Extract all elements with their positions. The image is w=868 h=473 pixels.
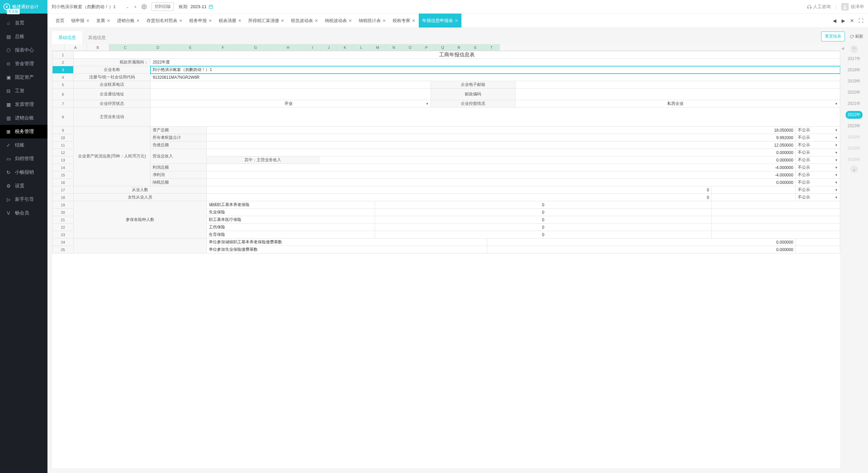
add-account-button[interactable]: + xyxy=(134,4,137,10)
tab-5[interactable]: 税务申报✕ xyxy=(186,14,215,27)
year-option[interactable]: 2017年 xyxy=(846,55,863,63)
year-scroll-down[interactable]: ⌄ xyxy=(850,166,858,173)
col-header-Q[interactable]: Q xyxy=(435,44,451,51)
col-header-G[interactable]: G xyxy=(239,44,272,51)
col-header-A[interactable]: A xyxy=(64,44,87,51)
calendar-icon[interactable] xyxy=(209,4,213,9)
close-icon[interactable]: ✕ xyxy=(238,18,241,23)
svg-point-0 xyxy=(143,6,145,7)
tab-4[interactable]: 存货别名对照表✕ xyxy=(143,14,186,27)
col-header-E[interactable]: E xyxy=(174,44,207,51)
tab-2[interactable]: 发票✕ xyxy=(93,14,114,27)
brand-edition: 专业版 xyxy=(7,9,20,14)
sidebar-item-11[interactable]: ↻小畅报销 xyxy=(0,166,47,179)
grid-body[interactable]: 1工商年报信息表 2税款所属期间：2022年度 3企业名称刘小艳演示账套（勿删勿… xyxy=(52,51,840,468)
tab-3[interactable]: 进销台账✕ xyxy=(114,14,143,27)
year-option[interactable]: 2025年 xyxy=(846,145,863,152)
sidebar-item-8[interactable]: ⊞税务管理 xyxy=(0,125,47,138)
sidebar-item-3[interactable]: ⊙资金管理 xyxy=(0,57,47,71)
switch-old-version-button[interactable]: 切到旧版 xyxy=(152,2,174,11)
sidebar-item-13[interactable]: ▷新手引导 xyxy=(0,193,47,206)
tab-11[interactable]: 税检专家✕ xyxy=(389,14,419,27)
company-name-cell[interactable]: 刘小艳演示账套（勿删勿动！）1 xyxy=(151,66,840,74)
tab-scroll-left[interactable]: ◀ xyxy=(830,16,839,25)
year-option[interactable]: 2019年 xyxy=(846,77,863,85)
year-option[interactable]: 2022年 xyxy=(846,111,863,119)
tab-8[interactable]: 税负波动表✕ xyxy=(288,14,321,27)
close-icon[interactable]: ✕ xyxy=(382,18,386,23)
col-header-R[interactable]: R xyxy=(451,44,467,51)
tab-12[interactable]: 年报信息申报表✕ xyxy=(419,14,461,27)
col-header-T[interactable]: T xyxy=(484,44,500,51)
nav-icon: ▥ xyxy=(5,115,12,121)
sidebar-item-10[interactable]: ▭归档管理 xyxy=(0,152,47,166)
fullscreen-icon[interactable]: ⛶ xyxy=(856,16,865,25)
close-icon[interactable]: ✕ xyxy=(136,18,140,23)
close-icon[interactable]: ✕ xyxy=(281,18,284,23)
col-header-P[interactable]: P xyxy=(418,44,435,51)
close-all-tabs[interactable]: ✕ xyxy=(848,16,856,25)
col-header-O[interactable]: O xyxy=(402,44,418,51)
sidebar-item-5[interactable]: ⊟工资 xyxy=(0,84,47,98)
avatar xyxy=(841,3,849,11)
tab-10[interactable]: 纳税统计表✕ xyxy=(355,14,389,27)
consult-link[interactable]: 人工咨询 xyxy=(807,4,831,10)
year-option[interactable]: 2023年 xyxy=(846,122,863,130)
tab-7[interactable]: 所得税汇算清缴✕ xyxy=(245,14,288,27)
col-header-C[interactable]: C xyxy=(109,44,142,51)
tab-6[interactable]: 税表清册✕ xyxy=(215,14,245,27)
close-icon[interactable]: ✕ xyxy=(455,18,458,23)
sidebar-item-6[interactable]: ▦发票管理 xyxy=(0,98,47,111)
sidebar-item-7[interactable]: ▥进销台账 xyxy=(0,111,47,125)
tab-1[interactable]: 锐申报✕ xyxy=(68,14,93,27)
holding-select[interactable]: 私营企业 xyxy=(515,100,840,108)
sidebar-item-label: 报表中心 xyxy=(15,47,34,53)
col-header-D[interactable]: D xyxy=(142,44,174,51)
sidebar-item-2[interactable]: ⬡报表中心 xyxy=(0,43,47,57)
business-status-select[interactable]: 开业 xyxy=(151,100,431,108)
year-option[interactable]: 2024年 xyxy=(846,133,863,141)
close-icon[interactable]: ✕ xyxy=(209,18,212,23)
col-header-K[interactable]: K xyxy=(337,44,353,51)
col-header-H[interactable]: H xyxy=(272,44,304,51)
user-menu[interactable]: 徐泽华 xyxy=(841,3,864,11)
col-header-I[interactable]: I xyxy=(304,44,321,51)
subtab-basic[interactable]: 基础信息 xyxy=(52,31,82,44)
year-option[interactable]: 2020年 xyxy=(846,89,863,96)
year-scroll-up[interactable]: ⌃ xyxy=(850,45,858,53)
close-icon[interactable]: ✕ xyxy=(107,18,110,23)
col-header-F[interactable]: F xyxy=(207,44,239,51)
col-header-S[interactable]: S xyxy=(467,44,484,51)
sidebar-item-1[interactable]: ▤总账 xyxy=(0,30,47,43)
sidebar-item-9[interactable]: ✓结账 xyxy=(0,138,47,152)
close-icon[interactable]: ✕ xyxy=(349,18,352,23)
refresh-button[interactable]: 刷新 xyxy=(850,34,863,39)
sidebar-item-14[interactable]: V畅会员 xyxy=(0,206,47,220)
sidebar-item-4[interactable]: ▣固定资产 xyxy=(0,71,47,84)
year-panel-collapse[interactable]: ◀ xyxy=(840,44,845,468)
subtab-other[interactable]: 其他信息 xyxy=(82,31,112,44)
close-icon[interactable]: ✕ xyxy=(86,18,90,23)
year-option[interactable]: 2021年 xyxy=(846,100,863,108)
close-icon[interactable]: ✕ xyxy=(315,18,318,23)
sidebar-item-label: 畅会员 xyxy=(15,210,29,216)
col-header-J[interactable]: J xyxy=(321,44,337,51)
reset-report-button[interactable]: 重置报表 xyxy=(821,32,845,41)
disclose-select[interactable]: 不公示 xyxy=(795,127,840,134)
sidebar-item-12[interactable]: ⚙设置 xyxy=(0,179,47,193)
period-value: 2023-11 xyxy=(190,4,206,9)
sidebar-item-0[interactable]: ⌂首页 xyxy=(0,16,47,30)
year-option[interactable]: 2026年 xyxy=(846,156,863,164)
account-selector[interactable]: 刘小艳演示账套（勿删勿动！）1 ⌄ xyxy=(52,4,129,10)
tab-0[interactable]: 首页 xyxy=(52,14,68,27)
settings-icon[interactable] xyxy=(141,4,147,10)
col-header-M[interactable]: M xyxy=(370,44,386,51)
col-header-B[interactable]: B xyxy=(87,44,109,51)
tab-scroll-right[interactable]: ▶ xyxy=(839,16,848,25)
col-header-N[interactable]: N xyxy=(386,44,402,51)
year-option[interactable]: 2018年 xyxy=(846,66,863,74)
close-icon[interactable]: ✕ xyxy=(179,18,182,23)
col-header-L[interactable]: L xyxy=(353,44,370,51)
close-icon[interactable]: ✕ xyxy=(412,18,415,23)
tab-9[interactable]: 纳税波动表✕ xyxy=(321,14,355,27)
